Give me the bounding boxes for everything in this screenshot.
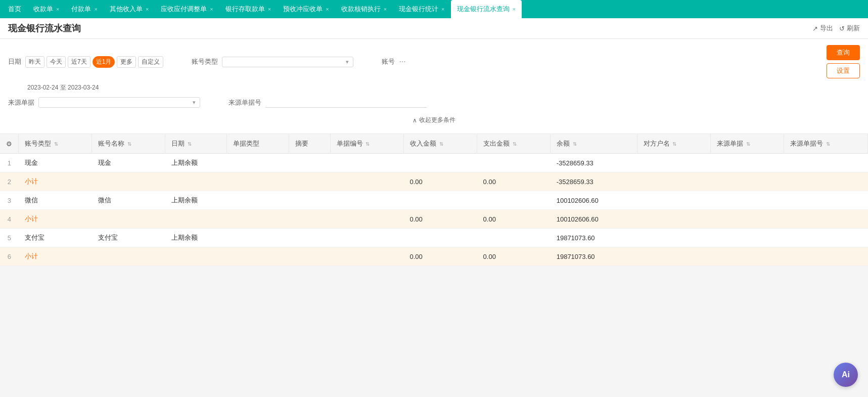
date-btn-more[interactable]: 更多 <box>117 56 136 68</box>
nav-other-income[interactable]: 其他收入单 × <box>104 0 155 18</box>
nav-bank-flow-close[interactable]: × <box>513 6 516 12</box>
refresh-button[interactable]: ↺ 刷新 <box>839 24 860 33</box>
sort-date-icon[interactable]: ⇅ <box>188 141 192 147</box>
nav-advance-offset-close[interactable]: × <box>326 6 329 12</box>
sort-source-doc-no-icon[interactable]: ⇅ <box>826 141 830 147</box>
account-type-filter: 账号类型 ▾ <box>192 57 353 67</box>
nav-payment-close[interactable]: × <box>94 6 97 12</box>
nav-home[interactable]: 首页 <box>2 0 27 18</box>
table-row[interactable]: 5支付宝支付宝上期余额19871073.60 <box>0 229 868 247</box>
source-doc-select[interactable]: ▾ <box>38 97 200 108</box>
sort-income-icon[interactable]: ⇅ <box>439 141 443 147</box>
export-icon: ↗ <box>812 25 818 32</box>
col-balance: 余额 ⇅ <box>551 134 637 154</box>
date-btn-today[interactable]: 今天 <box>47 56 66 68</box>
query-button[interactable]: 查询 <box>827 45 860 60</box>
table-cell <box>289 210 331 229</box>
table-cell: 1 <box>0 154 19 172</box>
export-label: 导出 <box>820 24 833 33</box>
nav-bank-stats-label: 现金银行统计 <box>399 5 438 14</box>
table-cell <box>226 210 289 229</box>
table-cell: 支付宝 <box>92 229 165 247</box>
table-row[interactable]: 3微信微信上期余额100102606.60 <box>0 191 868 210</box>
table-row[interactable]: 6小计0.000.0019871073.60 <box>0 247 868 266</box>
table-cell <box>710 247 784 266</box>
source-doc-arrow-icon: ▾ <box>193 99 196 106</box>
sort-expense-icon[interactable]: ⇅ <box>513 141 517 147</box>
table-cell <box>710 229 784 247</box>
nav-advance-offset[interactable]: 预收冲应收单 × <box>277 0 335 18</box>
table-cell <box>289 154 331 172</box>
date-btn-yesterday[interactable]: 昨天 <box>25 56 44 68</box>
source-doc-filter: 来源单据 ▾ <box>8 97 200 108</box>
nav-bank-deposit-close[interactable]: × <box>268 6 271 12</box>
account-more-icon[interactable]: ··· <box>399 57 405 66</box>
nav-other-income-close[interactable]: × <box>146 6 149 12</box>
table-cell: 0.00 <box>477 172 551 191</box>
nav-collection-exec[interactable]: 收款核销执行 × <box>335 0 393 18</box>
nav-ar-ap-adjust-close[interactable]: × <box>210 6 213 12</box>
table-cell: 微信 <box>92 191 165 210</box>
export-button[interactable]: ↗ 导出 <box>812 24 833 33</box>
date-btn-7days[interactable]: 近7天 <box>68 56 90 68</box>
nav-bank-deposit[interactable]: 银行存取款单 × <box>219 0 277 18</box>
nav-home-label: 首页 <box>8 5 21 14</box>
nav-bank-stats[interactable]: 现金银行统计 × <box>393 0 450 18</box>
nav-ar-ap-adjust[interactable]: 应收应付调整单 × <box>155 0 219 18</box>
table-cell: 100102606.60 <box>551 191 637 210</box>
table-cell <box>226 191 289 210</box>
collapse-bar[interactable]: ∧ 收起更多条件 <box>8 113 860 127</box>
nav-receipt[interactable]: 收款单 × <box>27 0 65 18</box>
sort-counterparty-icon[interactable]: ⇅ <box>672 141 676 147</box>
nav-collection-exec-close[interactable]: × <box>384 6 387 12</box>
date-btn-1month[interactable]: 近1月 <box>93 56 115 68</box>
account-type-arrow-icon: ▾ <box>346 59 349 65</box>
nav-receipt-close[interactable]: × <box>56 6 59 12</box>
table-cell <box>330 172 403 191</box>
table-cell <box>784 247 867 266</box>
nav-bank-flow[interactable]: 现金银行流水查询 × <box>451 0 522 18</box>
refresh-label: 刷新 <box>847 24 860 33</box>
source-doc-no-input[interactable] <box>265 98 427 108</box>
source-doc-no-label: 来源单据号 <box>229 98 261 107</box>
nav-bank-stats-close[interactable]: × <box>441 6 444 12</box>
table-cell: 19871073.60 <box>551 247 637 266</box>
col-counterparty: 对方户名 ⇅ <box>637 134 710 154</box>
date-options: 昨天 今天 近7天 近1月 更多 自定义 <box>25 56 163 68</box>
table-cell <box>165 210 227 229</box>
data-table: ⚙ 账号类型 ⇅ 账号名称 ⇅ 日期 ⇅ 单据类型 摘要 单据编号 ⇅ 收入金额… <box>0 134 868 266</box>
table-cell <box>289 191 331 210</box>
sort-source-doc-icon[interactable]: ⇅ <box>746 141 750 147</box>
account-label: 账号 <box>382 57 395 66</box>
table-settings-icon[interactable]: ⚙ <box>0 134 19 154</box>
date-filter: 日期 昨天 今天 近7天 近1月 更多 自定义 <box>8 56 163 68</box>
table-cell: 0.00 <box>403 172 477 191</box>
page-header: 现金银行流水查询 ↗ 导出 ↺ 刷新 <box>0 18 868 39</box>
table-cell: 支付宝 <box>19 229 92 247</box>
collapse-label: 收起更多条件 <box>419 116 455 124</box>
sort-account-type-icon[interactable]: ⇅ <box>54 141 58 147</box>
table-row[interactable]: 2小计0.000.00-3528659.33 <box>0 172 868 191</box>
account-type-select[interactable]: ▾ <box>222 57 353 67</box>
table-cell <box>710 210 784 229</box>
nav-collection-exec-label: 收款核销执行 <box>341 5 381 14</box>
col-doc-no: 单据编号 ⇅ <box>330 134 403 154</box>
nav-payment[interactable]: 付款单 × <box>65 0 103 18</box>
table-cell <box>330 247 403 266</box>
setting-button[interactable]: 设置 <box>827 63 860 78</box>
date-btn-custom[interactable]: 自定义 <box>138 56 163 68</box>
filter-row-2: 来源单据 ▾ 来源单据号 <box>8 97 860 108</box>
table-row[interactable]: 4小计0.000.00100102606.60 <box>0 210 868 229</box>
sort-balance-icon[interactable]: ⇅ <box>573 141 577 147</box>
table-cell <box>92 172 165 191</box>
sort-doc-no-icon[interactable]: ⇅ <box>366 141 370 147</box>
table-cell: 小计 <box>19 210 92 229</box>
table-cell <box>637 247 710 266</box>
table-cell: 小计 <box>19 172 92 191</box>
top-navigation: 首页 收款单 × 付款单 × 其他收入单 × 应收应付调整单 × 银行存取款单 … <box>0 0 868 18</box>
table-cell <box>784 229 867 247</box>
sort-account-name-icon[interactable]: ⇅ <box>127 141 131 147</box>
table-row[interactable]: 1现金现金上期余额-3528659.33 <box>0 154 868 172</box>
table-cell <box>289 229 331 247</box>
table-cell <box>403 154 477 172</box>
